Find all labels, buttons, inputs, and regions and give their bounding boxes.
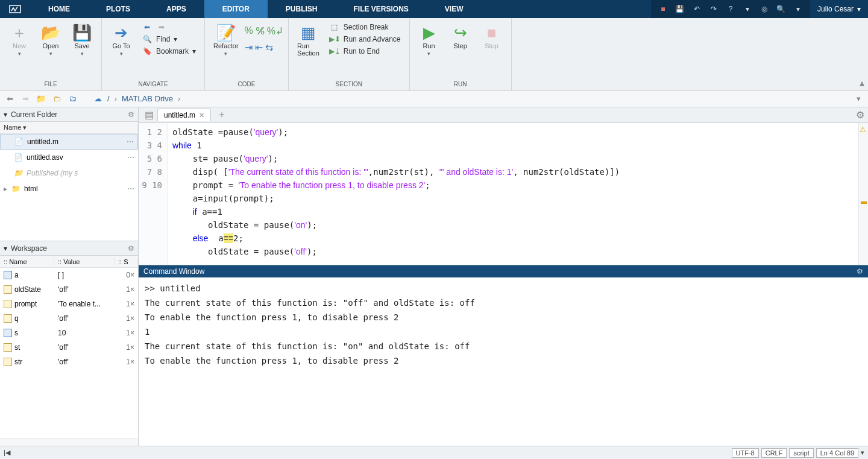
workspace-row[interactable]: s101× bbox=[0, 326, 138, 340]
tab-publish[interactable]: PUBLISH bbox=[268, 0, 336, 18]
tab-editor[interactable]: EDITOR bbox=[204, 0, 268, 18]
new-tab-button[interactable]: ＋ bbox=[212, 107, 231, 123]
user-menu[interactable]: Julio Cesar ▾ bbox=[810, 0, 868, 18]
search-icon: 🔍 bbox=[142, 35, 153, 43]
restore-layout-icon[interactable]: |◀ bbox=[4, 449, 10, 457]
warning-marker[interactable] bbox=[861, 201, 867, 204]
close-tab-icon[interactable]: ✕ bbox=[199, 112, 204, 119]
ribbon-group-navigate: ➔Go To ⬅➡ 🔍Find ▾ 🔖Bookmark ▾ NAVIGATE bbox=[102, 18, 205, 90]
arrow-left-icon: ⬅ bbox=[142, 23, 153, 31]
warning-icon: ⚠ bbox=[860, 125, 866, 134]
file-row[interactable]: 📁Published (my s bbox=[0, 165, 138, 181]
folder-column-header[interactable]: Name ▾ bbox=[0, 122, 138, 134]
ribbon-toolstrip: ＋New 📂Open 💾Save FILE ➔Go To ⬅➡ 🔍Find ▾ … bbox=[0, 18, 868, 90]
code-area[interactable]: oldState =pause('query'); while 1 st= pa… bbox=[168, 123, 858, 265]
workspace-row[interactable]: oldState'off'1× bbox=[0, 282, 138, 297]
dropdown-icon[interactable]: ▾ bbox=[741, 3, 753, 15]
tab-view[interactable]: VIEW bbox=[427, 0, 482, 18]
save-button[interactable]: 💾Save bbox=[68, 21, 96, 59]
uncomment-icon[interactable]: %̸ bbox=[256, 25, 265, 37]
status-eol[interactable]: CRLF bbox=[761, 448, 787, 458]
browse-icon[interactable]: 🗂 bbox=[66, 93, 78, 105]
undo-icon[interactable]: ↶ bbox=[691, 3, 703, 15]
file-list[interactable]: 📄untitled.m⋯📄untitled.asv⋯📁Published (my… bbox=[0, 134, 138, 241]
run-button[interactable]: ▶Run bbox=[415, 21, 444, 59]
new-button[interactable]: ＋New bbox=[5, 21, 34, 59]
run-to-end-button[interactable]: ▶⤓Run to End bbox=[326, 46, 404, 57]
run-section-button[interactable]: ▦Run Section bbox=[294, 21, 323, 59]
forward-icon[interactable]: ➡ bbox=[19, 93, 31, 105]
tab-plots[interactable]: PLOTS bbox=[88, 0, 148, 18]
step-button[interactable]: ↪Step bbox=[446, 21, 475, 52]
workspace-row[interactable]: a[ ]0× bbox=[0, 268, 138, 282]
redo-icon[interactable]: ↷ bbox=[708, 3, 720, 15]
disk-save-icon[interactable]: 💾 bbox=[674, 3, 686, 15]
file-row[interactable]: ▸📁html⋯ bbox=[0, 181, 138, 197]
help-icon[interactable]: ? bbox=[725, 3, 737, 15]
up-folder-icon[interactable]: 📁 bbox=[35, 93, 47, 105]
code-editor[interactable]: 1 2 3 4 5 6 7 8 9 10 oldState =pause('qu… bbox=[139, 123, 868, 265]
gear-icon[interactable]: ⚙ bbox=[128, 244, 134, 253]
left-side-panels: ▾ Current Folder ⚙ Name ▾ 📄untitled.m⋯📄u… bbox=[0, 107, 139, 446]
file-row[interactable]: 📄untitled.m⋯ bbox=[0, 134, 138, 150]
nav-back-forward[interactable]: ⬅➡ bbox=[138, 22, 200, 33]
bookmark-icon: 🔖 bbox=[142, 47, 153, 55]
section-break-button[interactable]: ⬚Section Break bbox=[326, 22, 404, 33]
target-icon[interactable]: ◎ bbox=[758, 3, 770, 15]
tab-apps[interactable]: APPS bbox=[148, 0, 204, 18]
indent-icon[interactable]: ⇥ bbox=[245, 42, 253, 53]
file-row[interactable]: 📄untitled.asv⋯ bbox=[0, 150, 138, 165]
message-bar[interactable]: ⚠ bbox=[858, 123, 868, 265]
run-end-icon: ▶⤓ bbox=[329, 47, 340, 55]
back-icon[interactable]: ⬅ bbox=[4, 93, 16, 105]
status-dropdown-icon[interactable]: ▾ bbox=[861, 449, 864, 457]
editor-tab-bar: ▤ untitled.m ✕ ＋ ⚙ bbox=[139, 107, 868, 123]
workspace-row[interactable]: q'off'1× bbox=[0, 311, 138, 326]
ribbon-group-run: ▶Run ↪Step ■Stop RUN bbox=[410, 18, 512, 90]
hscrollbar[interactable] bbox=[0, 438, 138, 446]
workspace-header[interactable]: ▾ Workspace ⚙ bbox=[0, 241, 138, 256]
workspace-columns[interactable]: :: Name :: Value :: S bbox=[0, 256, 138, 268]
top-tab-strip: HOME PLOTS APPS EDITOR PUBLISH FILE VERS… bbox=[0, 0, 868, 18]
tab-list-icon[interactable]: ▤ bbox=[142, 109, 156, 121]
stop-icon[interactable]: ■ bbox=[657, 3, 669, 15]
ribbon-group-code: 📝Refactor % %̸ %↲ ⇥ ⇤ ⇆ CODE bbox=[205, 18, 289, 90]
status-cursor-pos[interactable]: Ln 4 Col 89 bbox=[816, 448, 858, 458]
smart-indent-icon[interactable]: ⇆ bbox=[265, 42, 273, 53]
find-button[interactable]: 🔍Find ▾ bbox=[138, 34, 200, 45]
tab-file-versions[interactable]: FILE VERSIONS bbox=[336, 0, 427, 18]
search-dropdown-icon[interactable]: ▾ bbox=[792, 3, 804, 15]
open-button[interactable]: 📂Open bbox=[36, 21, 65, 59]
matlab-logo-icon[interactable] bbox=[0, 0, 30, 18]
addr-dropdown-icon[interactable]: ▾ bbox=[852, 93, 864, 105]
refactor-button[interactable]: 📝Refactor bbox=[210, 21, 242, 59]
folder-icon[interactable]: 🗀 bbox=[51, 93, 63, 105]
breadcrumb-root[interactable]: / bbox=[107, 94, 110, 103]
status-bar: |◀ UTF-8 CRLF script Ln 4 Col 89 ▾ bbox=[0, 446, 868, 459]
bookmark-button[interactable]: 🔖Bookmark ▾ bbox=[138, 46, 200, 57]
wrap-comment-icon[interactable]: %↲ bbox=[267, 25, 283, 37]
run-advance-icon: ▶⬇ bbox=[329, 35, 340, 43]
status-encoding[interactable]: UTF-8 bbox=[732, 448, 759, 458]
workspace-row[interactable]: str'off'1× bbox=[0, 355, 138, 369]
workspace-row[interactable]: prompt'To enable t...1× bbox=[0, 297, 138, 311]
command-window-header[interactable]: Command Window ⚙ bbox=[139, 265, 868, 277]
workspace-list[interactable]: a[ ]0×oldState'off'1×prompt'To enable t.… bbox=[0, 268, 138, 438]
current-folder-header[interactable]: ▾ Current Folder ⚙ bbox=[0, 107, 138, 122]
editor-tab-untitled[interactable]: untitled.m ✕ bbox=[157, 109, 211, 121]
search-icon[interactable]: 🔍 bbox=[775, 3, 787, 15]
tab-home[interactable]: HOME bbox=[30, 0, 88, 18]
status-filetype[interactable]: script bbox=[789, 448, 813, 458]
gear-icon[interactable]: ⚙ bbox=[857, 267, 863, 276]
goto-button[interactable]: ➔Go To bbox=[107, 21, 136, 59]
outdent-icon[interactable]: ⇤ bbox=[255, 42, 263, 53]
command-window-output[interactable]: >> untitled The current state of this fu… bbox=[139, 277, 868, 446]
run-and-advance-button[interactable]: ▶⬇Run and Advance bbox=[326, 34, 404, 45]
percent-icon[interactable]: % bbox=[245, 25, 253, 37]
breadcrumb-drive[interactable]: MATLAB Drive bbox=[122, 94, 173, 103]
ribbon-collapse-icon[interactable]: ▴ bbox=[860, 77, 864, 89]
editor-gear-icon[interactable]: ⚙ bbox=[852, 109, 868, 121]
workspace-row[interactable]: st'off'1× bbox=[0, 340, 138, 355]
cloud-icon[interactable]: ☁ bbox=[92, 93, 104, 105]
gear-icon[interactable]: ⚙ bbox=[128, 110, 134, 119]
